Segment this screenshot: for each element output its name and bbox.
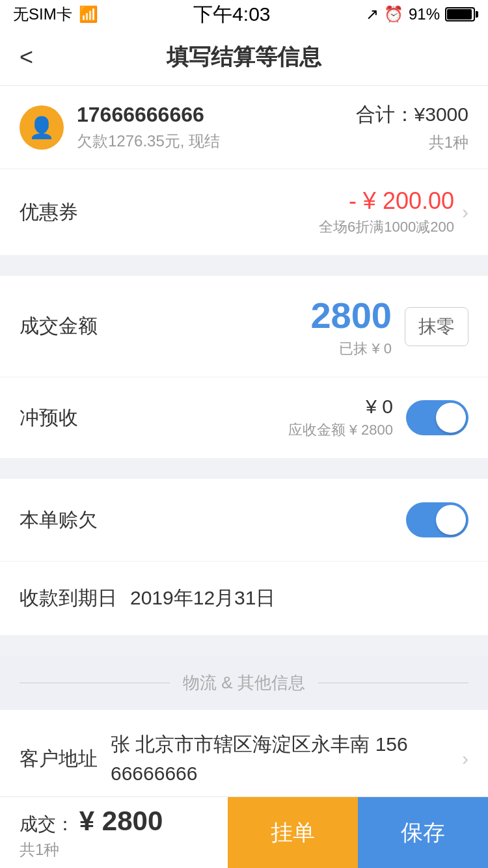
customer-info: 17666666666 欠款1276.35元, 现结: [77, 103, 220, 152]
credit-toggle-knob: [436, 505, 466, 535]
round-button[interactable]: 抹零: [405, 307, 468, 346]
prepay-right: ¥ 0 应收金额 ¥ 2800: [288, 396, 468, 440]
pending-button[interactable]: 挂单: [228, 797, 358, 869]
divider-line-left: [20, 683, 170, 683]
total-count: 共1种: [356, 132, 468, 153]
address-row[interactable]: 客户地址 张 北京市市辖区海淀区永丰南 156 66666666 ›: [0, 710, 488, 807]
avatar-icon: 👤: [29, 115, 55, 140]
credit-row: 本单赊欠: [0, 479, 488, 561]
customer-phone: 17666666666: [77, 103, 220, 127]
deal-amount: 2800: [310, 294, 392, 336]
toggle-knob: [436, 403, 466, 433]
address-card: 客户地址 张 北京市市辖区海淀区永丰南 156 66666666 ›: [0, 710, 488, 807]
prepay-value: ¥ 0 应收金额 ¥ 2800: [288, 396, 393, 440]
duedate-value: 2019年12月31日: [130, 585, 275, 612]
deal-right: 2800 已抹 ¥ 0 抹零: [310, 294, 468, 359]
bottom-deal-label: 成交：: [20, 814, 74, 834]
divider-2: [0, 468, 488, 479]
back-button[interactable]: <: [20, 44, 33, 71]
nav-bar: < 填写结算等信息: [0, 29, 488, 86]
section-divider: 物流 & 其他信息: [0, 656, 488, 710]
status-bar: 无SIM卡 📶 下午4:03 ↗ ⏰ 91%: [0, 0, 488, 29]
wifi-icon: 📶: [79, 5, 98, 23]
status-left: 无SIM卡 📶: [13, 4, 98, 25]
bottom-count: 共1种: [20, 839, 208, 860]
address-value: 张 北京市市辖区海淀区永丰南 156 66666666: [111, 729, 449, 788]
duedate-row: 收款到期日 2019年12月31日: [0, 561, 488, 635]
coupon-amount: - ¥ 200.00: [319, 187, 454, 215]
customer-card: 👤 17666666666 欠款1276.35元, 现结 合计：¥3000 共1…: [0, 86, 488, 255]
credit-toggle[interactable]: [406, 502, 468, 537]
coupon-row[interactable]: 优惠券 - ¥ 200.00 全场6折满1000减200 ›: [0, 169, 488, 255]
status-time: 下午4:03: [193, 1, 270, 28]
address-arrow-icon: ›: [462, 748, 468, 770]
prepay-sub: 应收金额 ¥ 2800: [288, 420, 393, 440]
bottom-summary: 成交： ¥ 2800 共1种: [0, 806, 228, 860]
battery-percent: 91%: [409, 5, 440, 23]
coupon-label: 优惠券: [20, 199, 78, 226]
customer-left: 👤 17666666666 欠款1276.35元, 现结: [20, 103, 220, 152]
avatar: 👤: [20, 105, 64, 150]
customer-row: 👤 17666666666 欠款1276.35元, 现结 合计：¥3000 共1…: [0, 86, 488, 169]
divider-1: [0, 265, 488, 276]
customer-debt: 欠款1276.35元, 现结: [77, 131, 220, 152]
prepay-amount: ¥ 0: [288, 396, 393, 418]
divider-3: [0, 645, 488, 656]
alarm-icon: ⏰: [384, 5, 403, 23]
prepay-row: 冲预收 ¥ 0 应收金额 ¥ 2800: [0, 377, 488, 458]
coupon-desc: 全场6折满1000减200: [319, 217, 454, 237]
main-content: 👤 17666666666 欠款1276.35元, 现结 合计：¥3000 共1…: [0, 86, 488, 868]
deal-sub: 已抹 ¥ 0: [310, 339, 392, 359]
credit-card: 本单赊欠 收款到期日 2019年12月31日: [0, 479, 488, 635]
prepay-toggle[interactable]: [406, 400, 468, 435]
deal-card: 成交金额 2800 已抹 ¥ 0 抹零 冲预收 ¥ 0 应收金额 ¥ 2800: [0, 276, 488, 458]
section-divider-text: 物流 & 其他信息: [183, 671, 305, 694]
address-label: 客户地址: [20, 746, 98, 772]
coupon-right: - ¥ 200.00 全场6折满1000减200 ›: [319, 187, 468, 237]
credit-label: 本单赊欠: [20, 507, 98, 534]
carrier-text: 无SIM卡: [13, 4, 72, 25]
divider-line-right: [318, 683, 468, 683]
battery-icon: [445, 7, 475, 21]
deal-row: 成交金额 2800 已抹 ¥ 0 抹零: [0, 276, 488, 377]
duedate-label: 收款到期日: [20, 585, 117, 612]
location-icon: ↗: [366, 5, 379, 23]
coupon-value: - ¥ 200.00 全场6折满1000减200: [319, 187, 454, 237]
coupon-arrow-icon: ›: [462, 201, 468, 223]
prepay-label: 冲预收: [20, 405, 78, 431]
customer-right: 合计：¥3000 共1种: [356, 102, 468, 153]
status-right: ↗ ⏰ 91%: [366, 5, 475, 23]
total-amount: 合计：¥3000: [356, 102, 468, 128]
deal-label: 成交金额: [20, 313, 98, 340]
save-button[interactable]: 保存: [358, 797, 488, 869]
bottom-deal-amount: ¥ 2800: [79, 806, 163, 836]
bottom-bar: 成交： ¥ 2800 共1种 挂单 保存: [0, 796, 488, 868]
page-title: 填写结算等信息: [167, 42, 321, 72]
